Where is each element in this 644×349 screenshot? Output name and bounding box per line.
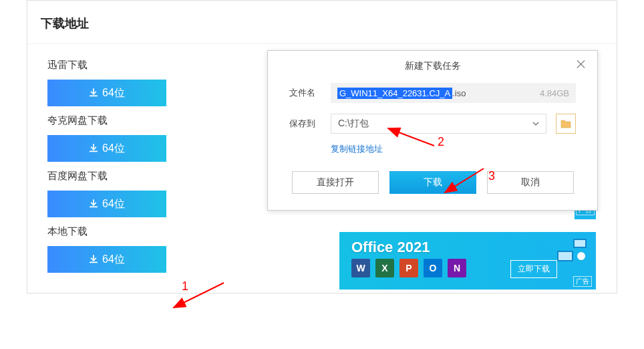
field-label: 文件名 bbox=[289, 87, 321, 99]
ad-cta-button[interactable]: 立即下载 bbox=[510, 260, 557, 278]
ad-illustration bbox=[553, 236, 592, 265]
app-tile: P bbox=[399, 259, 418, 277]
button-text: 64位 bbox=[102, 86, 125, 100]
download-icon bbox=[89, 144, 98, 153]
app-tile: N bbox=[448, 259, 466, 277]
chevron-down-icon bbox=[532, 120, 539, 127]
folder-icon bbox=[560, 119, 571, 128]
annotation-number: 1 bbox=[182, 279, 188, 294]
svg-rect-3 bbox=[558, 252, 572, 260]
open-direct-button[interactable]: 直接打开 bbox=[292, 171, 379, 194]
save-path-value: C:\打包 bbox=[338, 118, 369, 130]
browse-folder-button[interactable] bbox=[556, 114, 576, 134]
ad-banner[interactable]: Office 2021 WXPON 立即下载 广告 bbox=[339, 232, 596, 289]
filename-input[interactable]: G_WIN11_X64_22631.CJ_A.iso 4.84GB bbox=[331, 83, 576, 103]
button-text: 64位 bbox=[102, 253, 125, 267]
annotation-number: 3 bbox=[488, 169, 495, 183]
button-text: 64位 bbox=[102, 197, 125, 211]
download-icon bbox=[89, 255, 98, 264]
download-icon bbox=[89, 199, 98, 209]
download-64bit-button[interactable]: 64位 bbox=[47, 135, 166, 162]
download-64bit-button[interactable]: 64位 bbox=[47, 246, 166, 273]
download-icon bbox=[89, 88, 98, 98]
app-tile: X bbox=[375, 259, 394, 277]
dialog-header: 新建下载任务 bbox=[268, 51, 597, 78]
copy-link-button[interactable]: 复制链接地址 bbox=[331, 143, 383, 155]
dialog-title: 新建下载任务 bbox=[405, 60, 461, 71]
file-size: 4.84GB bbox=[540, 88, 569, 98]
download-64bit-button[interactable]: 64位 bbox=[47, 191, 166, 217]
filename-selected: G_WIN11_X64_22631.CJ_A bbox=[337, 88, 452, 99]
saveto-row: 保存到 C:\打包 bbox=[268, 108, 597, 139]
new-download-dialog: 新建下载任务 文件名 G_WIN11_X64_22631.CJ_A.iso 4.… bbox=[267, 50, 598, 211]
field-label: 保存到 bbox=[289, 118, 321, 130]
filename-ext: .iso bbox=[452, 88, 466, 98]
annotation-number: 2 bbox=[438, 135, 444, 149]
download-64bit-button[interactable]: 64位 bbox=[47, 80, 166, 106]
ad-badge: 广告 bbox=[573, 276, 592, 287]
cancel-button[interactable]: 取消 bbox=[487, 171, 574, 194]
button-text: 64位 bbox=[102, 142, 125, 156]
close-icon[interactable] bbox=[576, 59, 587, 70]
app-tile: W bbox=[351, 259, 370, 277]
svg-point-4 bbox=[577, 252, 585, 260]
app-tile: O bbox=[424, 259, 442, 277]
dialog-actions: 直接打开 下载 取消 bbox=[268, 162, 597, 194]
save-path-select[interactable]: C:\打包 bbox=[331, 114, 546, 134]
svg-rect-1 bbox=[575, 240, 585, 247]
section-title: 下载地址 bbox=[27, 1, 617, 44]
filename-row: 文件名 G_WIN11_X64_22631.CJ_A.iso 4.84GB bbox=[268, 78, 597, 108]
download-button[interactable]: 下载 bbox=[389, 171, 476, 194]
